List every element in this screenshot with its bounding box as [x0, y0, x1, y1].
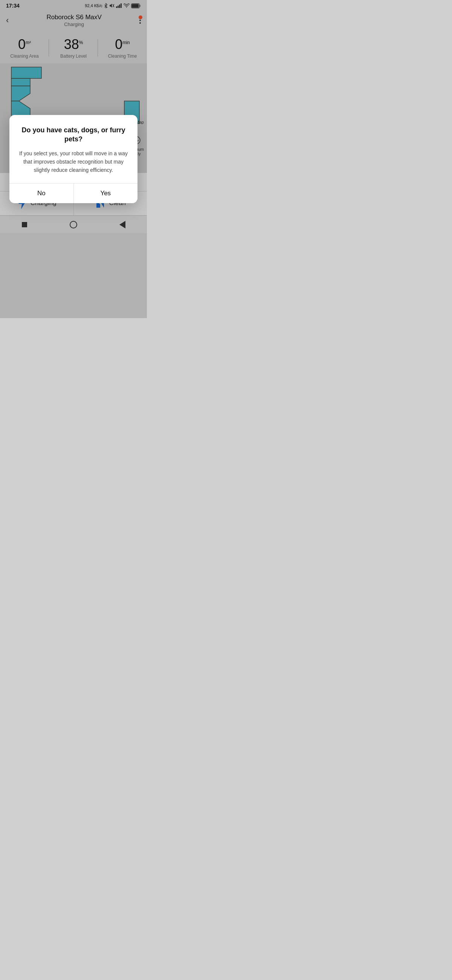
dialog-body: If you select yes, your robot will move … [19, 150, 128, 174]
dialog-no-button[interactable]: No [10, 184, 74, 203]
dialog-content: Do you have cats, dogs, or furry pets? I… [10, 115, 138, 182]
dialog-overlay: Do you have cats, dogs, or furry pets? I… [0, 0, 147, 318]
dialog-buttons: No Yes [10, 184, 138, 203]
dialog-title: Do you have cats, dogs, or furry pets? [19, 126, 128, 144]
pets-dialog: Do you have cats, dogs, or furry pets? I… [10, 115, 138, 204]
dialog-yes-button[interactable]: Yes [74, 184, 138, 203]
